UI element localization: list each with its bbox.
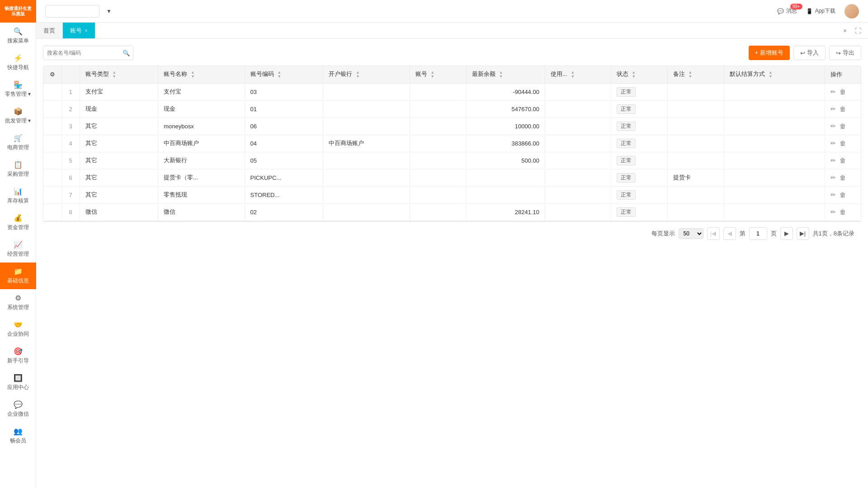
sidebar-item-应用中心[interactable]: 🔲应用中心	[0, 369, 36, 396]
sort-type-icon: ▲▼	[112, 70, 116, 79]
sidebar-item-搜索菜单[interactable]: 🔍搜索菜单	[0, 23, 36, 49]
app-download-button[interactable]: 📱 App下载	[806, 7, 835, 15]
first-page-button[interactable]: |◀	[707, 227, 720, 240]
column-remark[interactable]: 备注 ▲▼	[667, 66, 724, 83]
sidebar-item-电商管理[interactable]: 🛒电商管理	[0, 129, 36, 156]
sidebar-item-快捷导航[interactable]: ⚡快捷导航	[0, 49, 36, 76]
chevron-down-icon: ▼	[106, 8, 112, 14]
column-name[interactable]: 账号名称 ▲▼	[158, 66, 245, 83]
row-usage-cell	[545, 169, 611, 186]
avatar[interactable]	[844, 4, 859, 19]
row-account-cell	[410, 169, 466, 186]
row-remark-cell: 提货卡	[667, 169, 724, 186]
delete-button[interactable]: 🗑	[840, 208, 846, 216]
page-size-select[interactable]: 50 20 100	[679, 228, 703, 239]
delete-button[interactable]: 🗑	[840, 157, 846, 164]
tab-账号[interactable]: 账号×	[63, 23, 95, 38]
sidebar-label-9: 基础信息	[7, 277, 29, 284]
status-badge: 正常	[617, 122, 636, 131]
tab-label-1: 账号	[70, 27, 82, 35]
message-badge: 99+	[790, 4, 802, 9]
status-badge: 正常	[617, 207, 636, 217]
sidebar-item-资金管理[interactable]: 💰资金管理	[0, 209, 36, 236]
row-num-cell: 2	[61, 100, 80, 117]
search-button[interactable]: 🔍	[119, 46, 133, 60]
delete-button[interactable]: 🗑	[840, 122, 846, 130]
delete-button[interactable]: 🗑	[840, 191, 846, 198]
column-balance[interactable]: 最新余额 ▲▼	[467, 66, 545, 83]
sidebar-label-6: 库存核算	[7, 197, 29, 204]
row-settle-cell	[724, 100, 825, 117]
column-account[interactable]: 账号 ▲▼	[410, 66, 466, 83]
sidebar-label-7: 资金管理	[7, 224, 29, 230]
main-content: ▼ 💬 消息 99+ 📱 App下载 首页账号× × ⛶	[36, 0, 868, 488]
column-default-settle[interactable]: 默认结算方式 ▲▼	[724, 66, 825, 83]
tab-首页[interactable]: 首页	[36, 23, 63, 38]
next-page-button[interactable]: ▶	[780, 227, 793, 240]
edit-button[interactable]: ✏	[830, 208, 836, 216]
delete-button[interactable]: 🗑	[840, 174, 846, 181]
message-button[interactable]: 💬 消息 99+	[777, 7, 797, 15]
table-row: 3 其它 moneybosx 06 10000.00 正常 ✏ 🗑	[43, 117, 861, 135]
delete-button[interactable]: 🗑	[840, 88, 846, 95]
edit-button[interactable]: ✏	[830, 122, 836, 130]
import-button[interactable]: ↩ 导入	[793, 46, 826, 60]
delete-button[interactable]: 🗑	[840, 140, 846, 147]
tab-expand-button[interactable]: ⛶	[853, 25, 863, 36]
add-account-button[interactable]: + 新增账号	[749, 46, 790, 60]
row-settle-cell	[724, 135, 825, 152]
sidebar-item-库存核算[interactable]: 📊库存核算	[0, 183, 36, 209]
sidebar-item-企业微信[interactable]: 💬企业微信	[0, 396, 36, 422]
column-status[interactable]: 状态 ▲▼	[611, 66, 667, 83]
sort-account-icon: ▲▼	[430, 70, 434, 79]
column-bank[interactable]: 开户银行 ▲▼	[323, 66, 410, 83]
sidebar-item-基础信息[interactable]: 📁基础信息	[0, 263, 36, 289]
row-name-cell: 零售抵现	[158, 186, 245, 203]
topbar-search-input[interactable]	[45, 5, 99, 18]
column-usage[interactable]: 使用... ▲▼	[545, 66, 611, 83]
row-status-cell: 正常	[611, 169, 667, 186]
app-label: App下载	[815, 7, 835, 15]
row-usage-cell	[545, 152, 611, 169]
row-settings-cell	[43, 135, 61, 152]
sidebar-item-系统管理[interactable]: ⚙系统管理	[0, 289, 36, 316]
column-settings[interactable]: ⚙	[43, 66, 61, 83]
edit-button[interactable]: ✏	[830, 157, 836, 164]
edit-button[interactable]: ✏	[830, 140, 836, 147]
page-size-label: 每页显示	[651, 230, 675, 238]
search-input[interactable]	[43, 47, 119, 58]
topbar-dropdown[interactable]: ▼	[106, 8, 112, 14]
row-code-cell: 02	[245, 203, 323, 221]
sidebar-item-零售管理[interactable]: 🏪零售管理 ▾	[0, 76, 36, 103]
sidebar-item-畅会员[interactable]: 👥畅会员	[0, 422, 36, 449]
row-code-cell: 01	[245, 100, 323, 117]
row-settle-cell	[724, 152, 825, 169]
column-type[interactable]: 账号类型 ▲▼	[80, 66, 158, 83]
sidebar-item-经营管理[interactable]: 📈经营管理	[0, 236, 36, 263]
status-badge: 正常	[617, 104, 636, 114]
sidebar-item-采购管理[interactable]: 📋采购管理	[0, 156, 36, 183]
status-badge: 正常	[617, 156, 636, 165]
delete-button[interactable]: 🗑	[840, 105, 846, 113]
sidebar-label-15: 畅会员	[10, 437, 26, 444]
tab-close-all-button[interactable]: ×	[840, 25, 850, 36]
edit-button[interactable]: ✏	[830, 174, 836, 181]
page-number-input[interactable]	[749, 227, 767, 240]
edit-button[interactable]: ✏	[830, 105, 836, 113]
export-button[interactable]: ↪ 导出	[829, 46, 861, 60]
sidebar-item-新手引导[interactable]: 🎯新手引导	[0, 343, 36, 369]
tab-close-1[interactable]: ×	[85, 28, 88, 34]
column-code[interactable]: 账号编码 ▲▼	[245, 66, 323, 83]
edit-button[interactable]: ✏	[830, 88, 836, 95]
status-badge: 正常	[617, 190, 636, 200]
sidebar-item-企业协同[interactable]: 🤝企业协同	[0, 316, 36, 343]
sort-bank-icon: ▲▼	[356, 70, 360, 79]
row-usage-cell	[545, 135, 611, 152]
edit-button[interactable]: ✏	[830, 191, 836, 198]
row-settle-cell	[724, 117, 825, 135]
sidebar-item-批发管理[interactable]: 📦批发管理 ▾	[0, 103, 36, 129]
row-name-cell: 现金	[158, 100, 245, 117]
prev-page-button[interactable]: ◀	[723, 227, 736, 240]
row-balance-cell: 28241.10	[467, 203, 545, 221]
last-page-button[interactable]: ▶|	[797, 227, 809, 240]
